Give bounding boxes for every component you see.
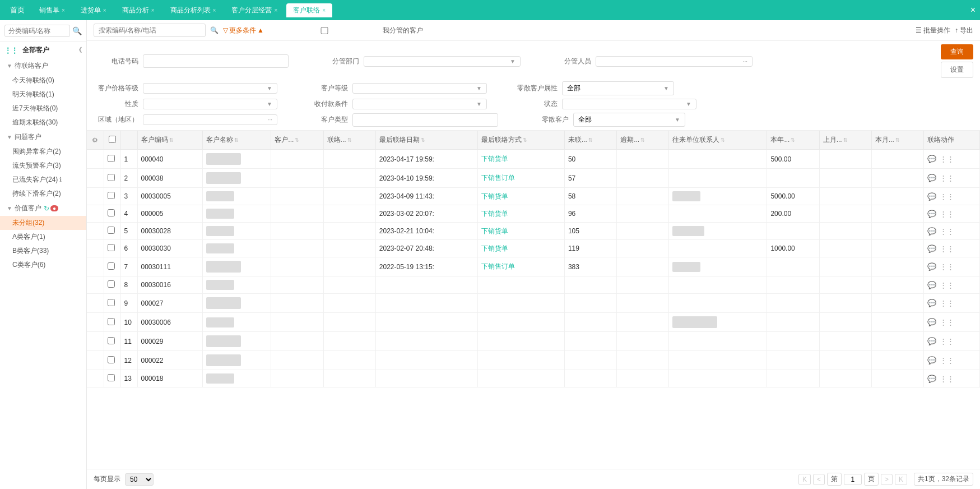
next-page-button[interactable]: > xyxy=(881,474,893,485)
export-button[interactable]: ↑ 导出 xyxy=(955,26,973,35)
th-code[interactable]: 客户编码 ⇅ xyxy=(137,131,202,150)
last-method-link[interactable]: 下销货单 xyxy=(481,192,508,200)
close-icon[interactable]: × xyxy=(213,7,216,13)
per-page-select[interactable]: 50 100 200 xyxy=(125,473,154,486)
row-checkbox[interactable] xyxy=(108,192,115,199)
row-checkbox[interactable] xyxy=(108,374,115,381)
row-checkbox[interactable] xyxy=(108,155,115,162)
sidebar-item-churned[interactable]: 已流失客户(24) ℹ xyxy=(0,173,86,187)
contact-action-icon[interactable]: 💬 xyxy=(927,192,936,201)
pending-group-header[interactable]: ▼ 待联络客户 xyxy=(0,58,86,73)
more-action-icon[interactable]: ⋮⋮ xyxy=(940,299,954,307)
td-checkbox[interactable] xyxy=(104,313,120,332)
td-last-method[interactable] xyxy=(477,313,564,332)
last-method-link[interactable]: 下销货单 xyxy=(481,245,508,252)
more-action-icon[interactable]: ⋮⋮ xyxy=(940,281,954,289)
contact-action-icon[interactable]: 💬 xyxy=(927,375,936,383)
last-method-link[interactable]: 下销货单 xyxy=(481,155,508,163)
retail-customer-select[interactable]: 全部 ▼ xyxy=(573,113,685,127)
more-action-icon[interactable]: ⋮⋮ xyxy=(940,262,954,271)
td-last-method[interactable] xyxy=(477,332,564,351)
contact-action-icon[interactable]: 💬 xyxy=(927,174,936,182)
close-icon[interactable]: × xyxy=(322,7,326,13)
reset-button[interactable]: 设置 xyxy=(941,62,973,78)
sidebar-item-tomorrow-pending[interactable]: 明天待联络(1) xyxy=(0,87,86,102)
last-method-link[interactable]: 下销货单 xyxy=(481,210,508,218)
td-checkbox[interactable] xyxy=(104,257,120,276)
row-checkbox[interactable] xyxy=(108,299,115,306)
contact-action-icon[interactable]: 💬 xyxy=(927,262,936,271)
close-all-tabs-button[interactable]: × xyxy=(970,5,976,15)
td-checkbox[interactable] xyxy=(104,276,120,294)
more-action-icon[interactable]: ⋮⋮ xyxy=(940,192,954,201)
my-customers-checkbox-area[interactable]: 我分管的客户 xyxy=(268,26,423,35)
td-checkbox[interactable] xyxy=(104,169,120,188)
more-action-icon[interactable]: ⋮⋮ xyxy=(940,356,954,365)
nav-tab-analysis-list[interactable]: 商品分析列表 × xyxy=(164,3,223,17)
td-checkbox[interactable] xyxy=(104,370,120,387)
select-all-checkbox[interactable] xyxy=(109,136,116,143)
td-last-method[interactable]: 下销货单 xyxy=(477,150,564,169)
query-button[interactable]: 查询 xyxy=(941,44,973,59)
phone-input[interactable] xyxy=(143,54,289,68)
td-checkbox[interactable] xyxy=(104,223,120,240)
table-settings-icon[interactable]: ⚙ xyxy=(92,136,98,144)
customer-level-select[interactable]: ▼ xyxy=(352,83,487,94)
sidebar-item-ungrouped[interactable]: 未分组(32) xyxy=(0,216,86,230)
row-checkbox[interactable] xyxy=(108,318,115,325)
th-this-month[interactable]: 本月... ⇅ xyxy=(871,131,923,150)
row-checkbox[interactable] xyxy=(108,262,115,270)
last-method-link[interactable]: 下销货单 xyxy=(481,227,508,235)
contact-action-icon[interactable]: 💬 xyxy=(927,281,936,289)
nav-home[interactable]: 首页 xyxy=(4,3,30,17)
th-name[interactable]: 客户名称 ⇅ xyxy=(202,131,271,150)
th-last-month[interactable]: 上月... ⇅ xyxy=(819,131,871,150)
last-page-button[interactable]: K xyxy=(895,474,907,485)
th-inter-unit[interactable]: 往来单位联系人 ⇅ xyxy=(669,131,767,150)
row-checkbox[interactable] xyxy=(108,174,115,181)
more-action-icon[interactable]: ⋮⋮ xyxy=(940,155,954,163)
dept-select[interactable]: ▼ xyxy=(364,56,521,67)
sidebar-item-declining[interactable]: 持续下滑客户(2) xyxy=(0,187,86,201)
td-checkbox[interactable] xyxy=(104,351,120,370)
th-overdue[interactable]: 逾期... ⇅ xyxy=(617,131,669,150)
first-page-button[interactable]: K xyxy=(798,474,811,485)
th-contact[interactable]: 联络... ⇅ xyxy=(323,131,375,150)
td-checkbox[interactable] xyxy=(104,205,120,223)
contact-action-icon[interactable]: 💬 xyxy=(927,318,936,326)
row-checkbox[interactable] xyxy=(108,337,115,344)
page-input[interactable] xyxy=(844,474,862,485)
nav-tab-purchase[interactable]: 进货单 × xyxy=(74,3,113,17)
close-icon[interactable]: × xyxy=(274,7,277,13)
sidebar-item-churn-warning[interactable]: 流失预警客户(3) xyxy=(0,159,86,173)
problem-group-header[interactable]: ▼ 问题客户 xyxy=(0,130,86,145)
sidebar-item-class-c[interactable]: C类客户(6) xyxy=(0,258,86,272)
td-last-method[interactable]: 下销货单 xyxy=(477,205,564,223)
td-checkbox[interactable] xyxy=(104,150,120,169)
more-action-icon[interactable]: ⋮⋮ xyxy=(940,337,954,345)
collapse-sidebar-button[interactable]: 《 xyxy=(76,46,82,54)
row-checkbox[interactable] xyxy=(108,280,115,288)
td-last-method[interactable] xyxy=(477,294,564,313)
payment-select[interactable]: ▼ xyxy=(352,99,487,109)
td-last-method[interactable]: 下销货单 xyxy=(477,240,564,257)
search-input[interactable] xyxy=(94,24,206,37)
td-last-method[interactable]: 下销货单 xyxy=(477,223,564,240)
retail-attr-select[interactable]: 全部 ▼ xyxy=(562,81,674,95)
td-checkbox[interactable] xyxy=(104,188,120,205)
td-checkbox[interactable] xyxy=(104,332,120,351)
more-action-icon[interactable]: ⋮⋮ xyxy=(940,174,954,182)
row-checkbox[interactable] xyxy=(108,227,115,234)
region-input[interactable]: ··· xyxy=(143,114,277,125)
contact-action-icon[interactable]: 💬 xyxy=(927,299,936,307)
sidebar-item-today-pending[interactable]: 今天待联络(0) xyxy=(0,73,86,87)
td-last-method[interactable]: 下销售订单 xyxy=(477,169,564,188)
sidebar-item-week-pending[interactable]: 近7天待联络(0) xyxy=(0,102,86,116)
my-customers-checkbox[interactable] xyxy=(268,27,380,34)
th-last-date[interactable]: 最后联络日期 ⇅ xyxy=(375,131,477,150)
contact-action-icon[interactable]: 💬 xyxy=(927,210,936,218)
row-checkbox[interactable] xyxy=(108,356,115,363)
nature-select[interactable]: ▼ xyxy=(143,99,277,109)
nav-tab-sales[interactable]: 销售单 × xyxy=(32,3,72,17)
staff-input[interactable]: ··· xyxy=(596,56,753,67)
